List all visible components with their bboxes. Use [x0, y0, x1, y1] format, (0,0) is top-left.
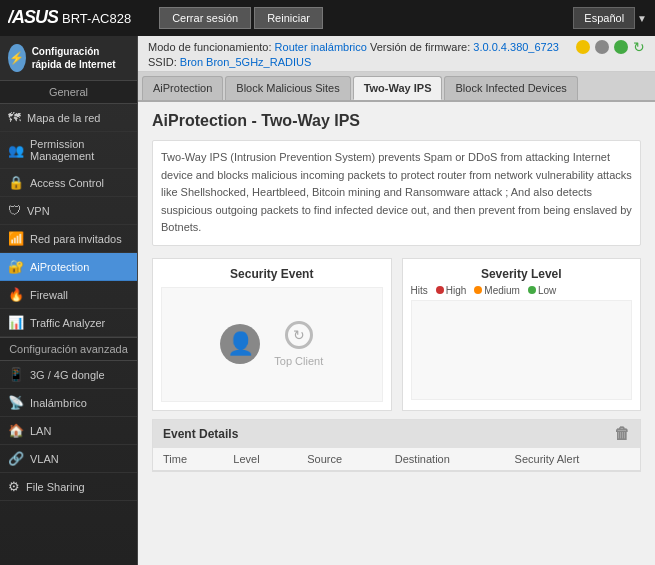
- medium-dot: [474, 286, 482, 294]
- tab-block-infected[interactable]: Block Infected Devices: [444, 76, 577, 100]
- info-row-top: Modo de funcionamiento: Router inalámbri…: [148, 39, 645, 55]
- permission-icon: 👥: [8, 143, 24, 158]
- sidebar-item-label: LAN: [30, 425, 51, 437]
- event-details-section: Event Details 🗑 Time Level Source Destin…: [152, 419, 641, 472]
- sidebar-item-label: VPN: [27, 205, 50, 217]
- sidebar-item-aiprotection[interactable]: 🔐 AiProtection: [0, 253, 137, 281]
- status-icon-yellow: [576, 40, 590, 54]
- col-level: Level: [223, 448, 297, 471]
- refresh-circle-container: ↻ Top Client: [274, 321, 323, 367]
- sidebar-item-label: Firewall: [30, 289, 68, 301]
- aiprotection-icon: 🔐: [8, 259, 24, 274]
- advanced-section-label: Configuración avanzada: [0, 337, 137, 361]
- sidebar-header-icon: ⚡: [8, 44, 26, 72]
- asus-logo: /ASUS: [8, 5, 58, 31]
- cerrar-sesion-button[interactable]: Cerrar sesión: [159, 7, 251, 29]
- model-name: BRT-AC828: [62, 11, 131, 26]
- page-title: AiProtection - Two-Way IPS: [152, 112, 641, 130]
- sidebar-item-permission[interactable]: 👥 Permission Management: [0, 132, 137, 169]
- lang-selector: Español ▼: [573, 7, 647, 29]
- info-row-bottom: SSID: Bron Bron_5GHz_RADIUS: [148, 56, 645, 68]
- svg-text:/ASUS: /ASUS: [8, 7, 58, 27]
- page-content: AiProtection - Two-Way IPS Two-Way IPS (…: [138, 102, 655, 565]
- charts-row: Security Event 👤 ↻ Top Client Severity L…: [152, 258, 641, 411]
- severity-legend: Hits High Medium Low: [411, 285, 633, 296]
- high-dot: [436, 286, 444, 294]
- inalambrico-icon: 📡: [8, 395, 24, 410]
- vpn-icon: 🛡: [8, 203, 21, 218]
- 3g4g-icon: 📱: [8, 367, 24, 382]
- sidebar-item-3g4g[interactable]: 📱 3G / 4G dongle: [0, 361, 137, 389]
- col-destination: Destination: [385, 448, 505, 471]
- filesharing-icon: ⚙: [8, 479, 20, 494]
- ssid2-link[interactable]: Bron_5GHz_RADIUS: [206, 56, 311, 68]
- ssid1-link[interactable]: Bron: [180, 56, 203, 68]
- content-area: Modo de funcionamiento: Router inalámbri…: [138, 36, 655, 565]
- firmware-link[interactable]: 3.0.0.4.380_6723: [473, 41, 559, 53]
- sidebar-item-label: Access Control: [30, 177, 104, 189]
- medium-legend: Medium: [474, 285, 520, 296]
- col-time: Time: [153, 448, 223, 471]
- general-section-label: General: [0, 81, 137, 104]
- sidebar-header-title: Configuración rápida de Internet: [32, 45, 129, 71]
- access-icon: 🔒: [8, 175, 24, 190]
- severity-level-box: Severity Level Hits High Medium: [402, 258, 642, 411]
- sidebar-item-access[interactable]: 🔒 Access Control: [0, 169, 137, 197]
- sidebar-item-filesharing[interactable]: ⚙ File Sharing: [0, 473, 137, 501]
- reiniciar-button[interactable]: Reiniciar: [254, 7, 323, 29]
- tabs-bar: AiProtection Block Malicious Sites Two-W…: [138, 72, 655, 102]
- sidebar: ⚡ Configuración rápida de Internet Gener…: [0, 36, 138, 565]
- tab-block-malicious[interactable]: Block Malicious Sites: [225, 76, 350, 100]
- sidebar-item-vlan[interactable]: 🔗 VLAN: [0, 445, 137, 473]
- col-security-alert: Security Alert: [505, 448, 640, 471]
- sidebar-item-label: VLAN: [30, 453, 59, 465]
- sidebar-item-inalambrico[interactable]: 📡 Inalámbrico: [0, 389, 137, 417]
- severity-chart-area: [411, 300, 633, 400]
- tab-aiprotection[interactable]: AiProtection: [142, 76, 223, 100]
- info-icons: ↻: [576, 39, 645, 55]
- description-box: Two-Way IPS (Intrusion Prevention System…: [152, 140, 641, 246]
- traffic-icon: 📊: [8, 315, 24, 330]
- status-icon-green: [614, 40, 628, 54]
- red-invitados-icon: 📶: [8, 231, 24, 246]
- security-event-chart: 👤 ↻ Top Client: [161, 287, 383, 402]
- refresh-icon[interactable]: ↻: [633, 39, 645, 55]
- lang-arrow-icon: ▼: [637, 13, 647, 24]
- header: /ASUS BRT-AC828 Cerrar sesión Reiniciar …: [0, 0, 655, 36]
- firmware-label: Versión de firmware:: [370, 41, 473, 53]
- low-legend: Low: [528, 285, 556, 296]
- info-mode: Modo de funcionamiento: Router inalámbri…: [148, 41, 559, 53]
- security-event-title: Security Event: [161, 267, 383, 281]
- lang-button[interactable]: Español: [573, 7, 635, 29]
- trash-icon[interactable]: 🗑: [614, 425, 630, 443]
- lan-icon: 🏠: [8, 423, 24, 438]
- sidebar-header: ⚡ Configuración rápida de Internet: [0, 36, 137, 81]
- firewall-icon: 🔥: [8, 287, 24, 302]
- severity-level-title: Severity Level: [411, 267, 633, 281]
- sidebar-item-mapa[interactable]: 🗺 Mapa de la red: [0, 104, 137, 132]
- sidebar-item-label: 3G / 4G dongle: [30, 369, 105, 381]
- sidebar-item-label: AiProtection: [30, 261, 89, 273]
- sidebar-item-label: Mapa de la red: [27, 112, 100, 124]
- sidebar-item-label: File Sharing: [26, 481, 85, 493]
- main-layout: ⚡ Configuración rápida de Internet Gener…: [0, 36, 655, 565]
- event-details-header: Event Details 🗑: [153, 420, 640, 448]
- avatar-container: 👤: [220, 324, 260, 364]
- top-client-label: Top Client: [274, 355, 323, 367]
- sidebar-item-firewall[interactable]: 🔥 Firewall: [0, 281, 137, 309]
- security-event-box: Security Event 👤 ↻ Top Client: [152, 258, 392, 411]
- mode-label: Modo de funcionamiento:: [148, 41, 275, 53]
- info-bar: Modo de funcionamiento: Router inalámbri…: [138, 36, 655, 72]
- mode-link[interactable]: Router inalámbrico: [275, 41, 367, 53]
- header-buttons: Cerrar sesión Reiniciar: [159, 7, 323, 29]
- status-icon-gray: [595, 40, 609, 54]
- low-dot: [528, 286, 536, 294]
- sidebar-item-lan[interactable]: 🏠 LAN: [0, 417, 137, 445]
- mapa-icon: 🗺: [8, 110, 21, 125]
- sidebar-item-red-invitados[interactable]: 📶 Red para invitados: [0, 225, 137, 253]
- sidebar-item-traffic[interactable]: 📊 Traffic Analyzer: [0, 309, 137, 337]
- sidebar-item-label: Red para invitados: [30, 233, 122, 245]
- tab-two-way-ips[interactable]: Two-Way IPS: [353, 76, 443, 100]
- sidebar-item-vpn[interactable]: 🛡 VPN: [0, 197, 137, 225]
- col-source: Source: [297, 448, 385, 471]
